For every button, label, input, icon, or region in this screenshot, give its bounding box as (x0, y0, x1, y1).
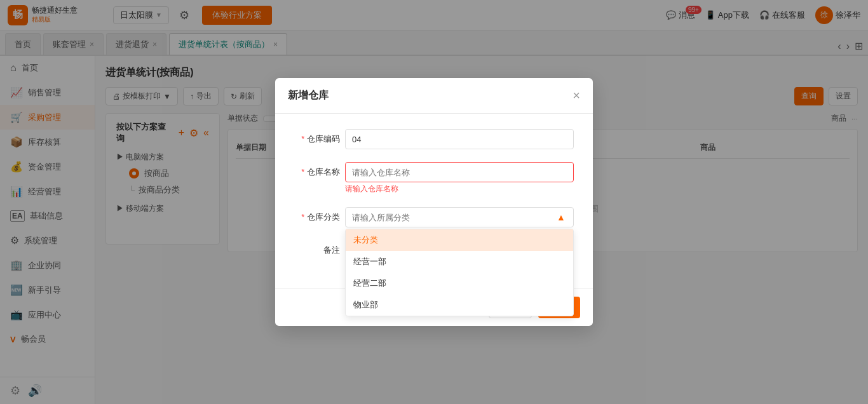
dialog-add-warehouse: 新增仓库 × * 仓库编码 * 仓库名称 (275, 78, 593, 326)
name-control: 请输入仓库名称 (345, 162, 574, 194)
code-input[interactable] (345, 129, 574, 149)
category-label: * 仓库分类 (294, 207, 345, 227)
form-row-name: * 仓库名称 请输入仓库名称 (294, 162, 574, 194)
category-input-wrap: ▲ (345, 207, 574, 227)
code-control (345, 129, 574, 149)
note-label: 备注 (294, 240, 345, 260)
dialog-title: 新增仓库 (288, 89, 329, 102)
name-label: * 仓库名称 (294, 162, 345, 182)
code-label: * 仓库编码 (294, 129, 345, 149)
name-error-msg: 请输入仓库名称 (345, 184, 574, 194)
dropdown-item-dept3[interactable]: 物业部 (346, 294, 573, 316)
dropdown-item-dept2[interactable]: 经营二部 (346, 273, 573, 294)
dialog-close-button[interactable]: × (573, 88, 580, 103)
category-control: ▲ 未分类 经营一部 经营二部 物业部 (345, 207, 574, 227)
category-toggle-button[interactable]: ▲ (553, 210, 569, 225)
dialog-header: 新增仓库 × (275, 78, 593, 114)
category-dropdown: 未分类 经营一部 经营二部 物业部 (345, 229, 574, 316)
form-row-code: * 仓库编码 (294, 129, 574, 149)
dropdown-item-none[interactable]: 未分类 (346, 229, 573, 251)
modal-overlay: 新增仓库 × * 仓库编码 * 仓库名称 (0, 0, 868, 404)
name-input[interactable] (345, 162, 574, 182)
dropdown-item-dept1[interactable]: 经营一部 (346, 251, 573, 273)
category-input[interactable] (345, 207, 574, 227)
form-row-category: * 仓库分类 ▲ 未分类 经营一部 经营二部 物业部 (294, 207, 574, 227)
dialog-body: * 仓库编码 * 仓库名称 请输入仓库名称 (275, 114, 593, 288)
